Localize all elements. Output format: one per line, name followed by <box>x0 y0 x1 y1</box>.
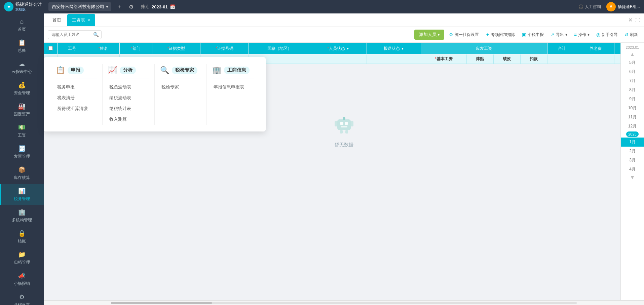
social-insurance-label: 统一社保设置 <box>455 32 479 38</box>
new-guide-button[interactable]: ◎ 新手引导 <box>594 31 620 39</box>
sidebar-item-fund[interactable]: 💰 资金管理 <box>0 78 44 99</box>
scroll-track <box>111 302 577 304</box>
sidebar-item-xiaochange[interactable]: 📣 小畅报销 <box>0 269 44 290</box>
sidebar-item-ledger[interactable]: 📋 总账 <box>0 36 44 57</box>
sidebar-label-xiaochange: 小畅报销 <box>14 281 30 287</box>
menu-item-tax-form[interactable]: 税表清册 <box>56 92 97 103</box>
empty-text: 暂无数据 <box>335 142 353 148</box>
scroll-thumb[interactable] <box>111 302 212 304</box>
tab-home[interactable]: 首页 <box>48 14 66 26</box>
month-5[interactable]: 5月 <box>621 58 644 67</box>
horizontal-scrollbar[interactable] <box>44 300 644 305</box>
menu-item-annual-report[interactable]: 年报信息申报表 <box>212 82 254 92</box>
month-7[interactable]: 7月 <box>621 76 644 85</box>
month-6[interactable]: 6月 <box>621 67 644 76</box>
month-9[interactable]: 9月 <box>621 94 644 104</box>
year-prev-icon[interactable]: ▲ <box>630 51 635 58</box>
select-all-checkbox[interactable] <box>48 46 53 50</box>
sidebar-item-archive[interactable]: 📁 归档管理 <box>0 247 44 269</box>
archive-icon: 📁 <box>18 251 26 258</box>
menu-item-income-calc[interactable]: 收入测算 <box>108 114 149 125</box>
company-selector[interactable]: 西安虾米网络科技有限公司 ▾ <box>48 2 111 11</box>
svg-rect-1 <box>340 122 343 125</box>
sidebar-item-inventory[interactable]: 📦 库存核算 <box>0 163 44 184</box>
add-person-button[interactable]: 添加人员 ▾ <box>414 30 444 40</box>
export-label: 导出 <box>556 32 564 38</box>
sidebar-item-fixed-asset[interactable]: 🏭 固定资产 <box>0 99 44 120</box>
help-button[interactable]: 🎧 人工咨询 <box>578 4 601 10</box>
menu-item-tax-burden[interactable]: 税负波动表 <box>108 82 149 92</box>
sidebar-label-invoice: 发票管理 <box>14 154 30 159</box>
sidebar-item-close[interactable]: 🔒 结账 <box>0 226 44 247</box>
tax-dropdown-menu: 📋 申报 税务申报 税表清册 所得税汇算清缴 📈 分析 税负波动表 纳税波动表 … <box>44 57 266 131</box>
th2-base-salary: *基本工资 <box>421 54 466 64</box>
th-report-status: 报送状态 ▼ <box>367 43 421 54</box>
analysis-title: 分析 <box>120 67 136 74</box>
month-3[interactable]: 3月 <box>621 156 644 165</box>
sidebar-item-basic-settings[interactable]: ⚙ 基础设置 <box>0 290 44 305</box>
operation-button[interactable]: ≡ 操作 ▾ <box>572 31 592 39</box>
sidebar-label-cloud: 云报表中心 <box>12 69 32 75</box>
maximize-icon[interactable]: ⛶ <box>635 17 640 23</box>
period-label: 账期 <box>141 4 150 10</box>
company-name: 西安虾米网络科技有限公司 <box>52 4 104 10</box>
menu-item-tax-dynamic[interactable]: 纳税波动表 <box>108 92 149 103</box>
export-button[interactable]: ↗ 导出 ▾ <box>548 31 569 39</box>
declaration-icon: 📋 <box>56 66 65 75</box>
app-title: 畅捷通好会计 <box>15 2 42 7</box>
settings-icon[interactable]: ⚙ <box>127 2 136 11</box>
menu-section-analysis: 📈 分析 税负波动表 纳税波动表 纳税统计表 收入测算 <box>103 64 155 125</box>
home-icon: ⌂ <box>20 18 24 25</box>
basic-settings-icon: ⚙ <box>19 293 25 301</box>
new-guide-icon: ◎ <box>596 32 600 37</box>
tab-salary-label: 工资表 <box>72 17 85 23</box>
cloud-icon: ☁ <box>19 60 25 68</box>
month-4[interactable]: 4月 <box>621 165 644 174</box>
operation-icon: ≡ <box>574 32 577 37</box>
personal-tax-button[interactable]: ▣ 个税申报 <box>520 31 546 39</box>
tab-salary[interactable]: 工资表 ✕ <box>67 14 95 26</box>
th-check[interactable] <box>44 43 58 54</box>
sidebar-label-inventory: 库存核算 <box>14 175 30 181</box>
sidebar-label-ledger: 总账 <box>18 48 26 53</box>
export-arrow-icon: ▾ <box>565 32 567 37</box>
month-11[interactable]: 11月 <box>621 113 644 122</box>
sidebar-item-salary[interactable]: 💵 工资 <box>0 120 44 142</box>
social-insurance-button[interactable]: ⚙ 统一社保设置 <box>447 31 481 39</box>
calendar-icon[interactable]: 📅 <box>170 4 175 9</box>
th-name: *姓名 <box>87 43 119 54</box>
close-window-icon[interactable]: ✕ <box>628 17 633 23</box>
search-wrap: 🔍 <box>48 30 102 39</box>
month-12[interactable]: 12月 <box>621 122 644 131</box>
month-10[interactable]: 10月 <box>621 104 644 113</box>
app-logo: ✦ 畅捷通好会计 旗舰版 <box>4 2 42 12</box>
user-info[interactable]: B 畅捷通B组... <box>606 2 640 11</box>
th-total: 合计 <box>547 43 577 54</box>
tab-close-icon[interactable]: ✕ <box>87 18 90 23</box>
sidebar-item-invoice[interactable]: 🧾 发票管理 <box>0 142 44 163</box>
refresh-button[interactable]: ↺ 刷新 <box>622 31 640 39</box>
sidebar-item-cloud-report[interactable]: ☁ 云报表中心 <box>0 57 44 78</box>
th2-rstatus <box>367 54 421 64</box>
menu-item-tax-declare[interactable]: 税务申报 <box>56 82 97 92</box>
special-deduction-button[interactable]: ✦ 专项附加扣除 <box>484 31 517 39</box>
menu-item-tax-stat[interactable]: 纳税统计表 <box>108 103 149 114</box>
month-2[interactable]: 2月 <box>621 147 644 156</box>
month-8[interactable]: 8月 <box>621 85 644 94</box>
sidebar-item-tax[interactable]: 📊 税务管理 <box>0 184 44 205</box>
month-1[interactable]: 1月 <box>621 138 644 147</box>
business-info-icon: 🏢 <box>212 66 221 75</box>
social-insurance-icon: ⚙ <box>449 32 453 37</box>
sidebar-item-home[interactable]: ⌂ 首页 <box>0 15 44 36</box>
sidebar-item-multi-org[interactable]: 🏢 多机构管理 <box>0 205 44 226</box>
add-icon[interactable]: ＋ <box>115 2 124 11</box>
help-label: 人工咨询 <box>585 4 601 10</box>
th-payroll-group: 应发工资 <box>421 43 547 54</box>
year-panel: 2023.01 ▲ 5月 6月 7月 8月 9月 10月 11月 12月 202… <box>620 43 644 300</box>
svg-rect-8 <box>340 130 343 134</box>
personal-tax-label: 个税申报 <box>528 32 544 38</box>
year-next-icon[interactable]: ▼ <box>630 174 635 181</box>
menu-item-income-tax-calc[interactable]: 所得税汇算清缴 <box>56 103 97 114</box>
tab-bar: 首页 工资表 ✕ ✕ ⛶ <box>44 13 644 27</box>
menu-item-tax-check[interactable]: 税检专家 <box>160 82 201 92</box>
